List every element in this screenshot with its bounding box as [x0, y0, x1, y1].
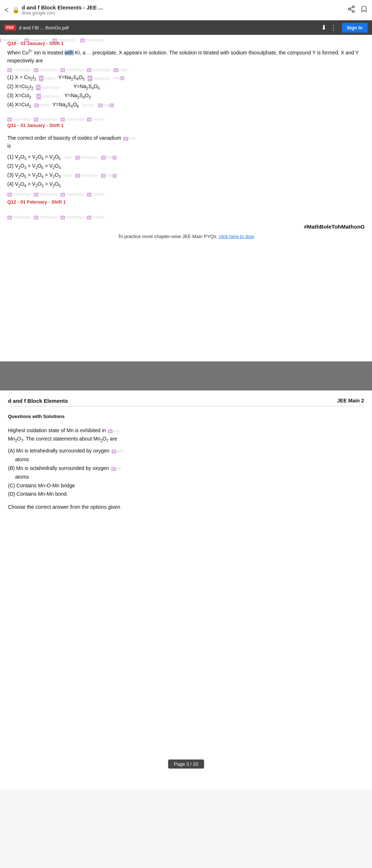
svg-point-2: [352, 11, 355, 12]
svg-line-3: [350, 9, 352, 11]
browser-title: d and f Block Elements - JEE ...: [22, 4, 347, 11]
option-d: (D) Contains Mn-Mn bond.: [8, 490, 364, 499]
bookmark-icon[interactable]: [360, 5, 368, 15]
svg-point-1: [348, 8, 351, 10]
page2-question: Highest oxidation state of Mn is exhibit…: [8, 426, 364, 444]
q11-text: The correct order of basicity of oxides …: [7, 134, 365, 150]
pdf-filename: d and f Bl ... thonGo.pdf: [19, 25, 321, 30]
q10-option-4: (4) X=CuI2 mmatho Y=Na2S4O6 thongo mmath: [7, 101, 365, 110]
page-2-title: d and f Block Elements: [8, 398, 68, 404]
page-2-subtitle: JEE Main 2: [337, 398, 364, 404]
branding-cta: To practice more chapter-wise JEE Main P…: [118, 234, 254, 239]
browser-title-block: d and f Block Elements - JEE ... drive.g…: [22, 4, 347, 16]
q10-options: (1) X = Cu2I2 mmatho Y=Na2S4O5 mmathongo…: [7, 73, 365, 109]
branding-hash: #MathBoleTohMathonG: [304, 224, 365, 230]
q10-text: When Cu2+ ion is treated with KI, a ... …: [7, 48, 365, 65]
pdf-toolbar: PDF d and f Bl ... thonGo.pdf ⬇ ⋮ Sign I…: [0, 20, 372, 35]
q11-options: (1) V2O3 > V2O4 > V2O5 ongo mmathongo mm…: [7, 153, 365, 189]
with-highlight: with: [65, 50, 74, 56]
back-button[interactable]: <: [4, 6, 9, 14]
pdf-page-1: mmathongo mmathongo mmathongo mmathongo …: [0, 35, 372, 361]
q11-label: Q11 - 31 January - Shift 1: [7, 123, 365, 128]
option-a: (A) Mn is tetrahedrally surrounded by ox…: [8, 447, 364, 464]
option-b: (B) Mn is octahedrally surrounded by oxy…: [8, 464, 364, 482]
download-icon[interactable]: ⬇: [321, 24, 327, 32]
svg-line-4: [350, 7, 352, 9]
page-indicator-text: Page 3 / 10: [174, 761, 198, 767]
page-2-header: d and f Block Elements JEE Main 2: [8, 398, 364, 406]
svg-point-0: [352, 6, 355, 8]
sign-in-button[interactable]: Sign In: [342, 23, 368, 33]
branding-link[interactable]: click here to dow: [219, 234, 254, 239]
pdf-menu-icon[interactable]: ⋮: [330, 24, 337, 32]
q11-option-2: (2) V2O3 > V2O5 > V2O4: [7, 162, 365, 171]
q10-option-2: (2) X=Cu2I2 mmathongo Y=Na2S4O6: [7, 82, 365, 91]
page-indicator: Page 3 / 10: [168, 760, 204, 769]
browser-actions: [347, 5, 368, 15]
lock-icon: 🔒: [12, 7, 20, 13]
pdf-label: PDF: [4, 25, 16, 30]
browser-url: drive.google.com: [22, 11, 347, 16]
q10-option-3: (3) X=CuI2 mmathongo Y=Na2S4O3: [7, 91, 365, 101]
q12-label: Q12 - 01 February - Shift 1: [7, 199, 365, 205]
question-10-label: Q10 - 31 January - Shift 1: [7, 41, 365, 46]
footer-instruction: Choose the correct answer from the optio…: [8, 503, 364, 511]
share-icon[interactable]: [347, 5, 355, 15]
page2-options: (A) Mn is tetrahedrally surrounded by ox…: [8, 447, 364, 499]
q11-option-4: (4) V2O4 > V2O3 > V2O5: [7, 180, 365, 189]
q10-label: Q10 - 31 January - Shift 1: [7, 41, 365, 46]
section-label: Questions with Solutions: [8, 414, 364, 419]
page-gap: [0, 361, 372, 390]
browser-bar: < 🔒 d and f Block Elements - JEE ... dri…: [0, 0, 372, 20]
option-c: (C) Contains Mn-O-Mn bridge: [8, 482, 364, 490]
q11-option-1: (1) V2O3 > V2O4 > V2O5 ongo mmathongo mm…: [7, 153, 365, 162]
q10-option-1: (1) X = Cu2I2 mmatho Y=Na2S4O5 mmathongo…: [7, 73, 365, 82]
pdf-page-2: d and f Block Elements JEE Main 2 Questi…: [0, 390, 372, 790]
q11-option-3: (3) V2O5 > V2O4 > V2O3 ongo mmathongo mm…: [7, 171, 365, 180]
